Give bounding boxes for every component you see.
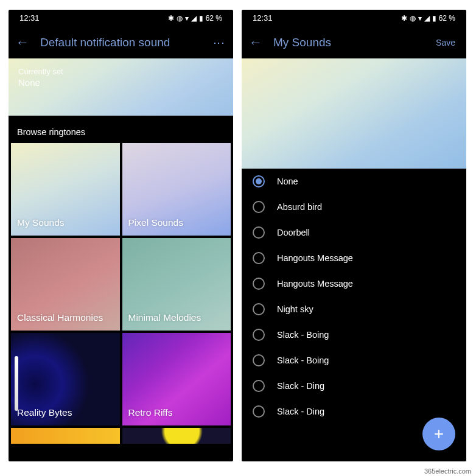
- sound-label: None: [277, 177, 298, 186]
- sound-label: Doorbell: [277, 228, 310, 237]
- bluetooth-icon: ✱: [168, 14, 174, 23]
- wifi-icon: ▾: [185, 14, 189, 23]
- currently-set-label: Currently set: [18, 67, 223, 76]
- radio-icon[interactable]: [253, 201, 265, 213]
- battery-icon: ▮: [432, 14, 436, 23]
- radio-selected-icon[interactable]: [253, 175, 265, 187]
- category-grid-partial: [9, 425, 233, 444]
- sound-label: Night sky: [277, 304, 313, 314]
- radio-icon[interactable]: [253, 226, 265, 239]
- clock: 12:31: [19, 13, 40, 23]
- sound-row[interactable]: Absurd bird: [242, 194, 466, 220]
- signal-icon: ◢: [191, 14, 197, 23]
- radio-icon[interactable]: [253, 278, 265, 290]
- app-bar: ← Default notification sound ⋮: [9, 26, 233, 58]
- tile-my-sounds[interactable]: My Sounds: [11, 143, 120, 236]
- browse-ringtones-header: Browse ringtones: [9, 116, 233, 143]
- tile-label: Minimal Melodies: [128, 312, 201, 323]
- tile-label: Reality Bytes: [17, 407, 72, 418]
- tile-retro-riffs[interactable]: Retro Riffs: [122, 333, 231, 425]
- sound-row[interactable]: Doorbell: [242, 220, 466, 245]
- currently-set-value: None: [18, 77, 223, 88]
- radio-icon[interactable]: [253, 380, 265, 392]
- add-sound-fab[interactable]: +: [422, 418, 455, 450]
- battery-text: 62 %: [206, 14, 222, 23]
- sound-row[interactable]: Slack - Ding: [242, 373, 466, 399]
- sound-row[interactable]: Hangouts Message: [242, 245, 466, 271]
- tile-partial-1[interactable]: [11, 428, 120, 444]
- tile-minimal-melodies[interactable]: Minimal Melodies: [122, 238, 231, 331]
- status-bar: 12:31 ✱ ◍ ▾ ◢ ▮ 62 %: [9, 10, 233, 26]
- watermark: 365electric.com: [424, 467, 471, 475]
- radio-icon[interactable]: [253, 303, 265, 315]
- radio-icon[interactable]: [253, 354, 265, 366]
- status-icons: ✱ ◍ ▾ ◢ ▮ 62 %: [168, 14, 222, 23]
- status-bar: 12:31 ✱ ◍ ▾ ◢ ▮ 62 %: [242, 10, 466, 26]
- sound-label: Slack - Ding: [277, 407, 324, 416]
- tile-label: Retro Riffs: [128, 407, 173, 418]
- sound-label: Hangouts Message: [277, 253, 353, 263]
- tile-partial-2[interactable]: [122, 428, 231, 444]
- battery-icon: ▮: [199, 14, 203, 23]
- page-title: My Sounds: [273, 36, 425, 49]
- wifi-icon: ▾: [418, 14, 422, 23]
- overflow-menu-button[interactable]: ⋮: [212, 38, 226, 47]
- vibrate-icon: ◍: [177, 14, 183, 23]
- sound-label: Hangouts Message: [277, 279, 353, 289]
- signal-icon: ◢: [424, 14, 430, 23]
- sound-row[interactable]: Hangouts Message: [242, 271, 466, 296]
- sound-row[interactable]: Slack - Boing: [242, 322, 466, 348]
- tile-pixel-sounds[interactable]: Pixel Sounds: [122, 143, 231, 236]
- status-icons: ✱ ◍ ▾ ◢ ▮ 62 %: [401, 14, 455, 23]
- sound-label: Slack - Ding: [277, 381, 324, 391]
- back-button[interactable]: ←: [16, 35, 29, 51]
- battery-text: 62 %: [439, 14, 455, 23]
- sound-list[interactable]: None Absurd bird Doorbell Hangouts Messa…: [242, 169, 466, 461]
- sound-row[interactable]: Slack - Boing: [242, 348, 466, 373]
- bluetooth-icon: ✱: [401, 14, 407, 23]
- sound-label: Absurd bird: [277, 202, 322, 212]
- sound-row[interactable]: Night sky: [242, 296, 466, 322]
- clock: 12:31: [253, 13, 273, 23]
- phone-left: 12:31 ✱ ◍ ▾ ◢ ▮ 62 % ← Default notificat…: [9, 10, 233, 461]
- plus-icon: +: [434, 424, 444, 444]
- radio-icon[interactable]: [253, 252, 265, 264]
- tile-reality-bytes[interactable]: Reality Bytes: [11, 333, 120, 425]
- app-bar: ← My Sounds Save: [242, 26, 466, 58]
- preview-panel: [242, 58, 466, 169]
- sound-row-none[interactable]: None: [242, 169, 466, 194]
- category-grid: My Sounds Pixel Sounds Classical Harmoni…: [9, 143, 233, 425]
- radio-icon[interactable]: [253, 329, 265, 341]
- sound-label: Slack - Boing: [277, 355, 329, 365]
- back-button[interactable]: ←: [249, 35, 262, 51]
- tile-label: My Sounds: [17, 217, 65, 228]
- currently-set-panel[interactable]: Currently set None: [9, 58, 233, 116]
- sound-label: Slack - Boing: [277, 330, 329, 340]
- page-title: Default notification sound: [40, 36, 201, 49]
- tile-label: Pixel Sounds: [128, 217, 183, 228]
- radio-icon[interactable]: [253, 405, 265, 418]
- tile-label: Classical Harmonies: [17, 312, 103, 323]
- save-button[interactable]: Save: [436, 38, 459, 47]
- tile-classical-harmonies[interactable]: Classical Harmonies: [11, 238, 120, 331]
- phone-right: 12:31 ✱ ◍ ▾ ◢ ▮ 62 % ← My Sounds Save No…: [242, 10, 466, 461]
- vibrate-icon: ◍: [410, 14, 416, 23]
